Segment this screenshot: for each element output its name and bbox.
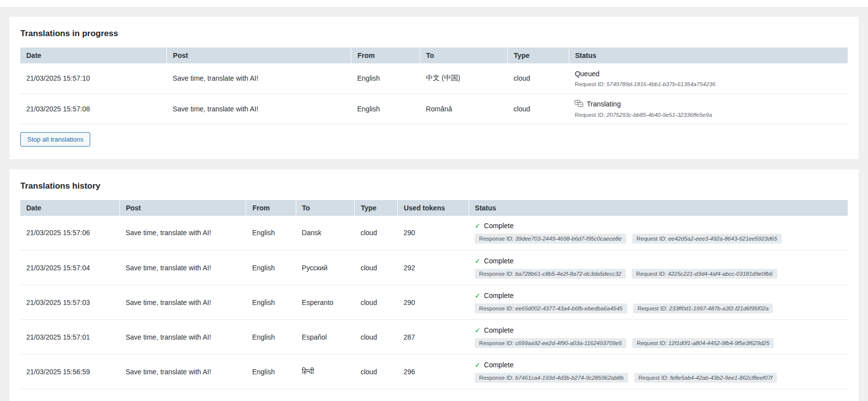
cell-status: Queued Request ID: 5749789d-1816-4bb1-b3… (569, 63, 848, 94)
top-bar (0, 0, 868, 7)
cell-status: Translating Request ID: 2075293c-bb85-4b… (569, 94, 848, 124)
cell-post: Save time, translate with AI! (119, 216, 246, 251)
translating-icon (575, 100, 583, 108)
table-row: 21/03/2025 15:57:08 Save time, translate… (20, 94, 848, 124)
cell-to: Esperanto (296, 285, 355, 320)
request-id-badge: Request ID: 233ff0d1-1997-487b-a3f2-f21d… (633, 303, 773, 313)
column-header-to: To (420, 48, 508, 63)
cell-from: English (351, 63, 420, 94)
check-icon: ✓ (475, 292, 481, 300)
response-id-badge: Response ID: ba728b61-c8b5-4e2f-8a72-dc3… (475, 269, 626, 279)
check-icon: ✓ (475, 361, 481, 369)
cell-used-tokens: 290 (397, 285, 469, 320)
table-row: 21/03/2025 15:57:03 Save time, translate… (20, 285, 848, 320)
column-header-from: From (351, 48, 420, 63)
cell-post: Save time, translate with AI! (119, 285, 246, 320)
cell-date: 21/03/2025 15:57:04 (20, 251, 119, 285)
status-text: Complete (484, 292, 514, 300)
column-header-type: Type (508, 48, 569, 63)
column-header-status: Status (569, 48, 848, 63)
column-header-post: Post (167, 48, 351, 63)
cell-to: 中文 (中国) (420, 63, 508, 94)
check-icon: ✓ (475, 222, 481, 230)
cell-from: English (246, 320, 296, 354)
cell-from: English (246, 354, 296, 389)
status-text: Complete (484, 222, 514, 230)
cell-from: English (351, 94, 420, 124)
table-row: 21/03/2025 15:57:06 Save time, translate… (20, 216, 848, 251)
status-text: Complete (484, 326, 514, 334)
cell-post: Save time, translate with AI! (167, 94, 351, 124)
cell-to: Română (420, 94, 508, 124)
cell-status: ✓ Complete Response ID: ee65d002-4377-43… (469, 285, 848, 320)
column-header-used-tokens: Used tokens (397, 200, 469, 216)
response-id-badge: Response ID: 39dee703-2449-4698-b6d7-f95… (475, 234, 626, 244)
cell-date: 21/03/2025 15:57:03 (20, 285, 119, 320)
column-header-post: Post (119, 200, 246, 216)
request-id-badge: Request ID: 4225c221-d3d4-4af4-abcc-0318… (632, 269, 777, 279)
table-row: 21/03/2025 15:56:59 Save time, translate… (20, 354, 848, 389)
request-id-text: Request ID: 2075293c-bb85-4b40-9e51-3233… (575, 112, 842, 118)
cell-from: English (246, 216, 296, 251)
history-header-row: Date Post From To Type Used tokens Statu… (20, 200, 848, 216)
cell-date: 21/03/2025 15:57:01 (20, 320, 119, 354)
table-row: 21/03/2025 15:57:01 Save time, translate… (20, 320, 848, 354)
table-row: 21/03/2025 15:57:10 Save time, translate… (20, 63, 848, 94)
request-id-badge: Request ID: fe8e5ab4-42ab-43b2-9ee1-862c… (634, 373, 777, 383)
column-header-from: From (246, 200, 296, 216)
table-row: 21/03/2025 15:57:04 Save time, translate… (20, 251, 848, 285)
cell-used-tokens: 296 (397, 354, 469, 389)
cell-to: Русский (296, 251, 355, 285)
request-id-badge: Request ID: ee42d5a2-eee3-492a-8643-621e… (632, 234, 782, 244)
cell-status: ✓ Complete Response ID: 39dee703-2449-46… (469, 216, 848, 251)
column-header-status: Status (469, 200, 848, 216)
stop-all-translations-button[interactable]: Stop all translations (20, 132, 90, 147)
check-icon: ✓ (475, 257, 481, 265)
history-title: Translations history (20, 181, 848, 191)
response-id-badge: Response ID: b7461ca4-193d-4d3b-b274-9c2… (475, 373, 628, 383)
response-id-badge: Response ID: c699aa92-ee2d-4f90-a03a-116… (475, 338, 626, 348)
cell-type: cloud (508, 63, 569, 94)
cell-to: हिन्दी (296, 354, 355, 389)
request-id-text: Request ID: 5749789d-1816-4bb1-b37b-6135… (575, 81, 842, 87)
status-text: Queued (575, 70, 842, 78)
cell-to: Dansk (296, 216, 355, 251)
cell-from: English (246, 285, 296, 320)
cell-date: 21/03/2025 15:57:10 (20, 63, 167, 94)
cell-type: cloud (355, 216, 398, 251)
in-progress-title: Translations in progress (20, 29, 848, 39)
status-text: Translating (587, 100, 621, 108)
cell-status: ✓ Complete Response ID: c699aa92-ee2d-4f… (469, 320, 848, 354)
cell-from: English (246, 251, 296, 285)
cell-used-tokens: 290 (397, 216, 469, 251)
translations-in-progress-card: Translations in progress Date Post From … (9, 17, 859, 159)
column-header-to: To (296, 200, 355, 216)
cell-type: cloud (355, 251, 398, 285)
cell-post: Save time, translate with AI! (119, 354, 246, 389)
cell-used-tokens: 287 (397, 320, 469, 354)
cell-type: cloud (355, 354, 398, 389)
column-header-type: Type (355, 200, 398, 216)
cell-date: 21/03/2025 15:56:59 (20, 354, 119, 389)
cell-post: Save time, translate with AI! (167, 63, 351, 94)
cell-post: Save time, translate with AI! (119, 251, 246, 285)
in-progress-table: Date Post From To Type Status 21/03/2025… (20, 48, 848, 124)
cell-type: cloud (355, 320, 398, 354)
cell-date: 21/03/2025 15:57:06 (20, 216, 119, 251)
cell-used-tokens: 292 (397, 251, 469, 285)
cell-post: Save time, translate with AI! (119, 320, 246, 354)
request-id-badge: Request ID: 12f1d0f1-a804-4452-9fb4-9f5e… (632, 338, 774, 348)
in-progress-header-row: Date Post From To Type Status (20, 48, 848, 63)
check-icon: ✓ (475, 326, 481, 334)
cell-status: ✓ Complete Response ID: ba728b61-c8b5-4e… (469, 251, 848, 285)
cell-type: cloud (355, 285, 398, 320)
status-text: Complete (484, 257, 514, 265)
translations-history-card: Translations history Date Post From To T… (9, 169, 859, 401)
cell-date: 21/03/2025 15:57:08 (20, 94, 167, 124)
cell-type: cloud (508, 94, 569, 124)
response-id-badge: Response ID: ee65d002-4377-43a4-b6fb-ebe… (475, 303, 627, 313)
cell-status: ✓ Complete Response ID: b7461ca4-193d-4d… (469, 354, 848, 389)
column-header-date: Date (20, 200, 119, 216)
cell-to: Español (296, 320, 355, 354)
status-text: Complete (484, 361, 514, 369)
